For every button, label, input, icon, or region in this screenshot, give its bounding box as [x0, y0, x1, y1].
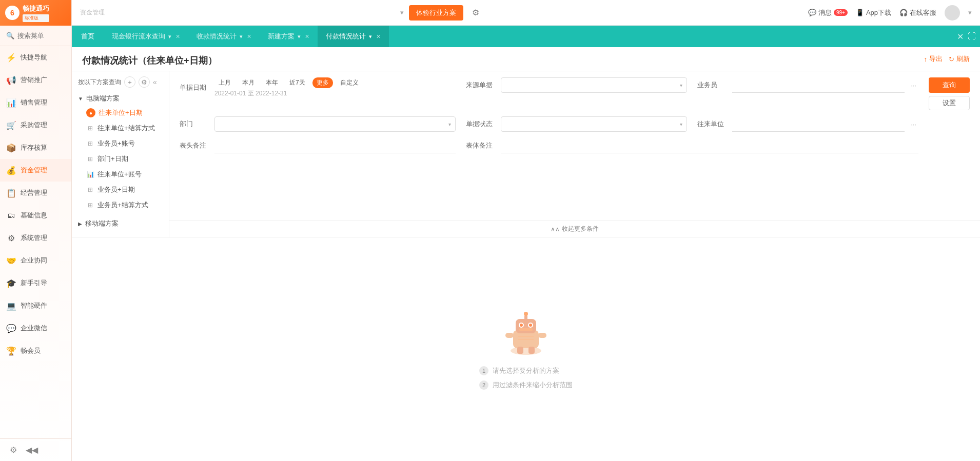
- body-note-label: 表体备注: [466, 141, 497, 150]
- tab-home[interactable]: 首页: [72, 26, 104, 47]
- sidebar-item-marketing[interactable]: 📢 营销推广: [0, 69, 71, 91]
- sidebar-item-inventory[interactable]: 📦 库存核算: [0, 136, 71, 159]
- empty-tips: 1 请先选择要分析的方案 2 用过滤条件来缩小分析范围: [479, 366, 573, 390]
- partner-input[interactable]: [732, 116, 905, 132]
- sidebar-item-enterprise[interactable]: 🤝 企业协同: [0, 249, 71, 272]
- operations-icon: 📋: [6, 188, 16, 198]
- tab-dropdown-arrow[interactable]: ▾: [369, 33, 372, 40]
- date-opt-custom[interactable]: 自定义: [336, 77, 363, 88]
- scheme-item-salesman-date[interactable]: ⊞ 业务员+日期: [72, 182, 169, 197]
- edition-badge: 标准版: [23, 14, 49, 22]
- sidebar-item-label: 资金管理: [21, 166, 47, 175]
- sidebar-item-label: 库存核算: [21, 143, 47, 152]
- date-opt-this-year[interactable]: 本年: [262, 77, 282, 88]
- topbar-settings-btn[interactable]: ⚙: [468, 6, 483, 20]
- query-btn[interactable]: 查询: [929, 77, 970, 93]
- scheme-mobile-group-title[interactable]: ▶ 移动端方案: [72, 217, 169, 230]
- industry-btn[interactable]: 体验行业方案: [409, 5, 463, 21]
- online-service-btn[interactable]: 🎧 在线客服: [899, 8, 936, 17]
- messages-btn[interactable]: 💬 消息 99+: [808, 8, 848, 17]
- scheme-chart-icon: 📊: [86, 170, 94, 178]
- sidebar-item-label: 企业微信: [21, 324, 47, 333]
- sidebar-item-sales[interactable]: 📊 销售管理: [0, 91, 71, 114]
- sidebar-item-operations[interactable]: 📋 经营管理: [0, 182, 71, 204]
- search-menu-btn[interactable]: 🔍 搜索菜单: [0, 26, 71, 46]
- refresh-btn[interactable]: ↻ 刷新: [949, 54, 970, 64]
- sidebar-item-guide[interactable]: 🎓 新手引导: [0, 272, 71, 294]
- sidebar-item-hardware[interactable]: 💻 智能硬件: [0, 294, 71, 317]
- export-btn[interactable]: ↑ 导出: [924, 54, 943, 64]
- tab-receipts[interactable]: 收款情况统计 ▾ ✕: [188, 26, 260, 47]
- filter-form: 单据日期 上月 本月 本年 近7天 更多 自定义 20: [169, 71, 980, 220]
- date-opt-more[interactable]: 更多: [312, 77, 333, 88]
- refresh-label: 刷新: [956, 54, 970, 64]
- date-opt-last-month[interactable]: 上月: [214, 77, 235, 88]
- dept-label: 部门: [180, 119, 210, 129]
- filter-row-2: 部门 ▾ 单据状态 ▾: [180, 116, 970, 132]
- tab-new-scheme[interactable]: 新建方案 ▾ ✕: [260, 26, 318, 47]
- partner-dots-btn[interactable]: ···: [909, 121, 918, 128]
- status-select[interactable]: ▾: [501, 116, 687, 132]
- tab-dropdown-arrow[interactable]: ▾: [240, 33, 243, 40]
- salesman-input[interactable]: [732, 77, 905, 93]
- sidebar-item-basic-info[interactable]: 🗂 基础信息: [0, 204, 71, 227]
- scheme-panel-title: 按以下方案查询: [78, 78, 121, 87]
- app-download-btn[interactable]: 📱 App下载: [856, 8, 891, 17]
- scheme-item-partner-settle[interactable]: ⊞ 往来单位+结算方式: [72, 121, 169, 136]
- scheme-settings-btn[interactable]: ⚙: [139, 76, 150, 88]
- date-label: 单据日期: [180, 83, 210, 92]
- tab-close-btn[interactable]: ✕: [247, 33, 251, 40]
- scheme-item-label: 业务员+结算方式: [97, 201, 148, 210]
- scheme-item-salesman-account[interactable]: ⊞ 业务员+账号: [72, 136, 169, 151]
- salesman-dots-btn[interactable]: ···: [909, 82, 918, 89]
- sidebar-item-membership[interactable]: 🏆 畅会员: [0, 339, 71, 362]
- content-area: 付款情况统计（往来单位+日期） ↑ 导出 ↻ 刷新 按以下方案查询 + ⚙: [72, 47, 980, 461]
- quick-nav-icon: ⚡: [6, 52, 16, 63]
- logo-text: 畅捷通巧 标准版: [23, 4, 49, 22]
- tab-payment-stats[interactable]: 付款情况统计 ▾ ✕: [318, 26, 389, 47]
- scheme-item-salesman-settle[interactable]: ⊞ 业务员+结算方式: [72, 197, 169, 213]
- date-opt-7days[interactable]: 近7天: [285, 77, 309, 88]
- source-select[interactable]: ▾: [501, 77, 687, 93]
- system-icon: ⚙: [6, 233, 16, 243]
- tab-dropdown-arrow[interactable]: ▾: [168, 33, 171, 40]
- svg-point-5: [520, 324, 523, 327]
- tab-close-btn[interactable]: ✕: [376, 33, 381, 40]
- sidebar-item-label: 畅会员: [21, 346, 41, 355]
- tabbar-right-actions: ✕ ⛶: [957, 32, 980, 42]
- scheme-item-dept-date[interactable]: ⊞ 部门+日期: [72, 151, 169, 167]
- main-content: 资金管理 ▾ 体验行业方案 ⚙ 💬 消息 99+ 📱 App下载 🎧 在线客服 …: [72, 0, 980, 461]
- scheme-collapse-btn[interactable]: «: [153, 78, 157, 86]
- source-label: 来源单据: [466, 81, 497, 90]
- tab-close-btn[interactable]: ✕: [175, 33, 180, 40]
- enterprise-icon: 🤝: [6, 255, 16, 266]
- date-range: 2022-01-01 至 2022-12-31: [214, 89, 363, 98]
- sidebar-item-purchase[interactable]: 🛒 采购管理: [0, 114, 71, 136]
- sidebar-item-quick-nav[interactable]: ⚡ 快捷导航: [0, 46, 71, 69]
- scheme-desktop-group-title[interactable]: ▼ 电脑端方案: [72, 92, 169, 105]
- app-name: 畅捷通巧: [23, 4, 49, 13]
- collapse-label: 收起更多条件: [562, 225, 599, 233]
- sidebar-item-system[interactable]: ⚙ 系统管理: [0, 227, 71, 249]
- body-note-input[interactable]: [501, 138, 918, 153]
- date-field: 单据日期 上月 本月 本年 近7天 更多 自定义 20: [180, 77, 456, 98]
- date-opt-this-month[interactable]: 本月: [238, 77, 259, 88]
- sidebar-item-wechat[interactable]: 💬 企业微信: [0, 317, 71, 339]
- scheme-item-partner-account[interactable]: 📊 往来单位+账号: [72, 167, 169, 182]
- header-note-input[interactable]: [214, 138, 456, 153]
- sidebar-item-capital[interactable]: 💰 资金管理: [0, 159, 71, 182]
- filter-settings-btn[interactable]: 设置: [929, 96, 970, 110]
- filter-collapse-bar[interactable]: ∧∧ 收起更多条件: [169, 220, 980, 237]
- scheme-item-partner-date[interactable]: ● 往来单位+日期: [72, 105, 169, 121]
- tab-maximize-btn[interactable]: ⛶: [968, 32, 976, 41]
- tab-dropdown-arrow[interactable]: ▾: [298, 33, 301, 40]
- user-avatar[interactable]: [945, 5, 960, 21]
- tab-cash-flow[interactable]: 现金银行流水查询 ▾ ✕: [104, 26, 188, 47]
- collapse-sidebar-btn[interactable]: ◀◀: [25, 443, 39, 457]
- tab-close-btn[interactable]: ✕: [305, 33, 309, 40]
- tab-close-all-btn[interactable]: ✕: [957, 32, 964, 42]
- settings-footer-btn[interactable]: ⚙: [6, 443, 21, 457]
- user-dropdown-arrow[interactable]: ▾: [968, 9, 972, 16]
- dept-select[interactable]: ▾: [214, 116, 456, 132]
- scheme-add-btn[interactable]: +: [124, 76, 135, 88]
